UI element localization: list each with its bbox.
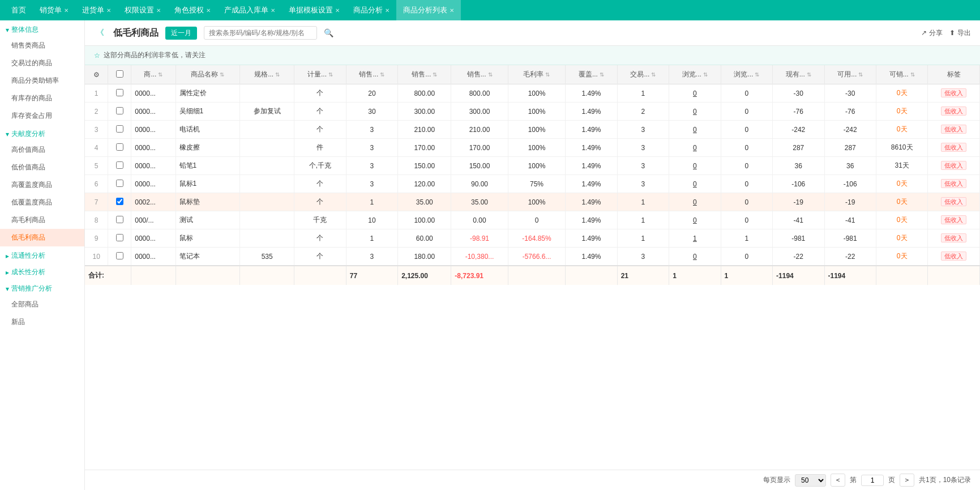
row-checkbox[interactable]	[116, 125, 123, 133]
col-spec[interactable]: 规格...⇅	[240, 65, 294, 84]
row-browse2: 0	[721, 157, 772, 175]
sidebar-item-category-rate[interactable]: 商品分类助销率	[0, 72, 84, 90]
export-button[interactable]: ⬆ 导出	[949, 28, 971, 38]
prev-page-button[interactable]: ＜	[831, 474, 845, 487]
row-browse1[interactable]: 0	[669, 248, 721, 266]
row-browse1[interactable]: 0	[669, 103, 721, 121]
sidebar-group-marketing[interactable]: ▾ 营销推广分析	[0, 279, 84, 296]
row-checkbox-cell[interactable]	[108, 175, 131, 193]
sidebar-group-growth[interactable]: ▸ 成长性分析	[0, 263, 84, 279]
sidebar-item-stock-capital[interactable]: 库存资金占用	[0, 107, 84, 125]
col-sales-qty[interactable]: 销售...⇅	[346, 65, 397, 84]
row-checkbox[interactable]	[116, 198, 123, 205]
sidebar-item-new-goods[interactable]: 新品	[0, 313, 84, 331]
sidebar-item-high-margin[interactable]: 高毛利商品	[0, 211, 84, 229]
row-browse1[interactable]: 0	[669, 211, 721, 229]
table-container[interactable]: ⚙ 商...⇅ 商品名称⇅ 规格...⇅ 计量...⇅ 销售...⇅ 销售...…	[85, 65, 980, 470]
col-transaction[interactable]: 交易...⇅	[617, 65, 669, 84]
sidebar-item-low-margin[interactable]: 低毛利商品	[0, 229, 84, 246]
nav-permissions[interactable]: 权限设置 ✕	[118, 0, 168, 20]
col-unit[interactable]: 计量...⇅	[294, 65, 346, 84]
row-checkbox[interactable]	[116, 107, 123, 114]
row-gross-margin: 100%	[508, 121, 565, 139]
col-code[interactable]: 商...⇅	[131, 65, 176, 84]
close-icon[interactable]: ✕	[64, 7, 69, 14]
row-checkbox[interactable]	[116, 161, 123, 169]
nav-template-settings[interactable]: 单据模板设置 ✕	[282, 0, 346, 20]
close-icon[interactable]: ✕	[450, 7, 454, 14]
row-browse1[interactable]: 0	[669, 84, 721, 103]
row-checkbox[interactable]	[116, 180, 123, 187]
nav-product-analysis[interactable]: 商品分析 ✕	[346, 0, 396, 20]
col-checkbox[interactable]	[108, 65, 131, 84]
close-icon[interactable]: ✕	[156, 7, 161, 14]
close-icon[interactable]: ✕	[335, 7, 340, 14]
col-browse2[interactable]: 浏览...⇅	[721, 65, 772, 84]
row-checkbox-cell[interactable]	[108, 211, 131, 229]
row-sales-amt: 100.00	[398, 211, 451, 229]
sidebar-item-high-coverage[interactable]: 高覆盖度商品	[0, 176, 84, 194]
sidebar-item-traded-goods[interactable]: 交易过的商品	[0, 54, 84, 72]
sidebar-item-stocked-goods[interactable]: 有库存的商品	[0, 90, 84, 107]
col-gross-margin[interactable]: 毛利率⇅	[508, 65, 565, 84]
nav-role-auth[interactable]: 角色授权 ✕	[168, 0, 217, 20]
close-icon[interactable]: ✕	[271, 7, 275, 14]
row-checkbox-cell[interactable]	[108, 157, 131, 175]
sidebar-group-liquidity[interactable]: ▸ 流通性分析	[0, 246, 84, 263]
col-current-stock[interactable]: 现有...⇅	[773, 65, 824, 84]
row-code: 0000...	[131, 84, 176, 103]
row-sales-profit: 35.00	[451, 193, 508, 211]
col-settings[interactable]: ⚙	[85, 65, 108, 84]
close-icon[interactable]: ✕	[206, 7, 211, 14]
row-browse1[interactable]: 0	[669, 139, 721, 157]
nav-product-analysis-list[interactable]: 商品分析列表 ✕	[396, 0, 461, 20]
row-checkbox-cell[interactable]	[108, 248, 131, 266]
sidebar-item-high-value[interactable]: 高价值商品	[0, 141, 84, 159]
row-checkbox-cell[interactable]	[108, 121, 131, 139]
row-checkbox-cell[interactable]	[108, 193, 131, 211]
close-icon[interactable]: ✕	[385, 7, 390, 14]
row-browse1[interactable]: 0	[669, 157, 721, 175]
row-checkbox-cell[interactable]	[108, 103, 131, 121]
share-button[interactable]: ↗ 分享	[921, 28, 943, 38]
sidebar-collapse-button[interactable]: 《	[94, 28, 106, 38]
nav-product-entry[interactable]: 产成品入库单 ✕	[217, 0, 282, 20]
page-number-input[interactable]	[861, 475, 884, 486]
row-checkbox[interactable]	[116, 89, 123, 96]
sidebar-group-contribution[interactable]: ▾ 夫献度分析	[0, 125, 84, 141]
col-sales-profit[interactable]: 销售...⇅	[451, 65, 508, 84]
row-browse1[interactable]: 0	[669, 193, 721, 211]
page-size-select[interactable]: 50 20 100	[795, 474, 826, 487]
row-checkbox[interactable]	[116, 216, 123, 223]
col-saleable[interactable]: 可销...⇅	[876, 65, 927, 84]
next-page-button[interactable]: ＞	[900, 474, 914, 487]
select-all-checkbox[interactable]	[116, 70, 123, 78]
search-button[interactable]: 🔍	[324, 28, 333, 37]
col-coverage[interactable]: 覆盖...⇅	[566, 65, 617, 84]
col-browse1[interactable]: 浏览...⇅	[669, 65, 721, 84]
sidebar-item-low-coverage[interactable]: 低覆盖度商品	[0, 194, 84, 211]
nav-sales-order[interactable]: 销货单 ✕	[33, 0, 75, 20]
col-available[interactable]: 可用...⇅	[824, 65, 876, 84]
sidebar-item-sales-goods[interactable]: 销售类商品	[0, 37, 84, 54]
row-checkbox[interactable]	[116, 143, 123, 151]
row-checkbox-cell[interactable]	[108, 229, 131, 248]
row-browse1[interactable]: 1	[669, 229, 721, 248]
row-checkbox[interactable]	[116, 234, 123, 241]
close-icon[interactable]: ✕	[106, 7, 111, 14]
row-checkbox-cell[interactable]	[108, 139, 131, 157]
sidebar-group-overview[interactable]: ▾ 整体信息	[0, 20, 84, 37]
row-checkbox-cell[interactable]	[108, 84, 131, 103]
row-browse1[interactable]: 0	[669, 121, 721, 139]
search-input[interactable]	[204, 26, 317, 40]
col-name[interactable]: 商品名称⇅	[176, 65, 240, 84]
sidebar-item-all-goods[interactable]: 全部商品	[0, 296, 84, 313]
row-checkbox[interactable]	[116, 252, 123, 259]
col-sales-amt[interactable]: 销售...⇅	[398, 65, 451, 84]
sidebar-item-low-value[interactable]: 低价值商品	[0, 159, 84, 176]
filter-recent-month-button[interactable]: 近一月	[165, 27, 197, 40]
nav-home[interactable]: 首页	[5, 0, 33, 20]
row-browse1[interactable]: 0	[669, 175, 721, 193]
col-tag[interactable]: 标签	[928, 65, 980, 84]
nav-purchase-order[interactable]: 进货单 ✕	[75, 0, 118, 20]
